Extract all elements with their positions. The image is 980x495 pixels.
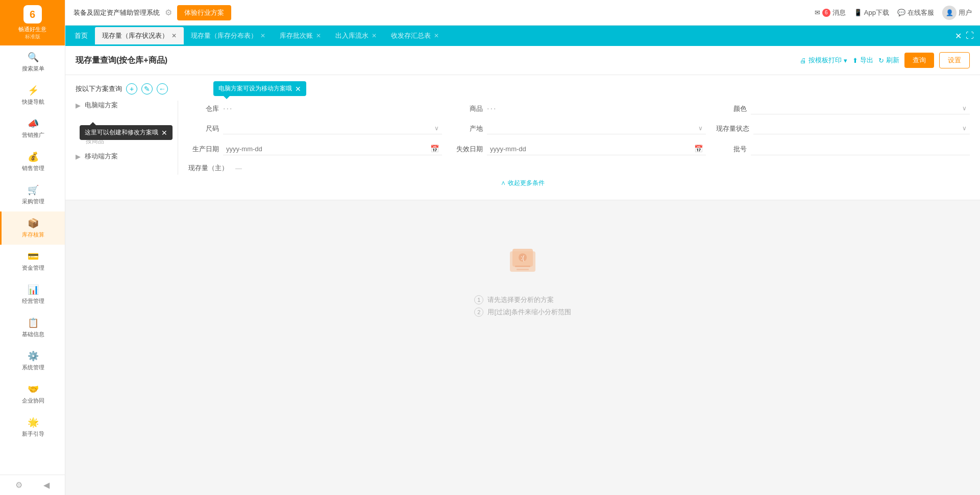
- system-title: 装备及固定资产辅助管理系统: [74, 8, 160, 17]
- system-icon: ⚙️: [28, 350, 39, 362]
- message-button[interactable]: ✉ 6 消息: [815, 8, 846, 17]
- sidebar-item-enterprise[interactable]: 🤝 企业协同: [0, 378, 65, 411]
- tab-batch-account-close[interactable]: ✕: [316, 32, 321, 39]
- size-select[interactable]: ∨: [223, 123, 442, 134]
- tooltip-create-close[interactable]: ✕: [161, 129, 167, 137]
- export-button[interactable]: ⬆ 导出: [852, 56, 873, 65]
- tab-fullscreen-icon[interactable]: ⛶: [966, 31, 974, 40]
- empty-state: :( 1 请先选择要分析的方案 2 用[过滤]条件来缩小分析范围: [65, 200, 980, 361]
- collapse-label: 收起更多条件: [508, 179, 545, 186]
- sidebar-item-inventory[interactable]: 📦 库存核算: [0, 211, 65, 245]
- tab-inventory-dist[interactable]: 现存量（库存分布表） ✕: [184, 27, 273, 44]
- sidebar-bottom: ⚙ ◀: [0, 475, 65, 495]
- filter-add-button[interactable]: +: [126, 83, 137, 95]
- export-icon: ⬆: [852, 57, 858, 64]
- print-button[interactable]: 🖨 按模板打印 ▾: [800, 56, 847, 65]
- sidebar-item-sales[interactable]: 💰 销售管理: [0, 145, 65, 178]
- mobile-arrow-icon: ▶: [76, 153, 81, 160]
- product-dots[interactable]: ···: [487, 104, 497, 113]
- user-label: 用户: [959, 8, 972, 17]
- app-icon: 📱: [854, 9, 862, 16]
- app-label: App下载: [864, 8, 889, 17]
- tab-inventory-status-close[interactable]: ✕: [172, 32, 177, 39]
- settings-button[interactable]: 设置: [939, 52, 970, 68]
- stock-main-label: 现存量（主）: [188, 163, 228, 173]
- production-date-label: 生产日期: [188, 145, 219, 154]
- production-date-calendar-icon[interactable]: 📅: [430, 145, 439, 153]
- filter-stock-status: 现存量状态 ∨: [716, 121, 970, 136]
- tab-recv-send-summary-close[interactable]: ✕: [434, 32, 439, 39]
- refresh-button[interactable]: ↻ 刷新: [878, 56, 899, 65]
- sidebar-item-operation[interactable]: 📊 经营管理: [0, 278, 65, 311]
- production-date-field[interactable]: [226, 145, 428, 153]
- production-date-input[interactable]: 📅: [223, 143, 442, 155]
- sidebar-item-marketing[interactable]: 📣 营销推广: [0, 112, 65, 145]
- header-left: 装备及固定资产辅助管理系统 ⚙ 体验行业方案: [74, 5, 231, 20]
- app-download-button[interactable]: 📱 App下载: [854, 8, 889, 17]
- sidebar-item-quick[interactable]: ⚡ 快捷导航: [0, 79, 65, 112]
- sidebar-item-guide[interactable]: 🌟 新手引导: [0, 411, 65, 444]
- scheme-mobile-row: ▶ 移动端方案: [76, 152, 178, 161]
- warehouse-dots[interactable]: ···: [223, 104, 233, 113]
- tab-inventory-status[interactable]: 现存量（库存状况表） ✕: [95, 27, 184, 44]
- tab-inout-flow-close[interactable]: ✕: [372, 32, 377, 39]
- scheme-mobile-item[interactable]: 移动端方案: [85, 152, 118, 161]
- tab-inventory-dist-label: 现存量（库存分布表）: [191, 31, 257, 40]
- sidebar-logo: 6 畅通好生意 标准版: [0, 0, 65, 45]
- user-menu[interactable]: 👤 用户: [942, 6, 972, 20]
- tab-inout-flow[interactable]: 出入库流水 ✕: [328, 27, 384, 44]
- sidebar-nav: 🔍 搜索菜单 ⚡ 快捷导航 📣 营销推广 💰 销售管理 🛒 采购管理 📦 库存核…: [0, 45, 65, 475]
- empty-icon: :(: [502, 241, 543, 282]
- sidebar-settings-button[interactable]: ⚙: [15, 480, 22, 490]
- step-1-text: 请先选择要分析的方案: [487, 295, 554, 304]
- sidebar-item-system[interactable]: ⚙️ 系统管理: [0, 344, 65, 378]
- size-label: 尺码: [188, 124, 219, 133]
- header-settings-icon[interactable]: ⚙: [165, 8, 172, 17]
- page-header: 现存量查询(按仓库+商品) 🖨 按模板打印 ▾ ⬆ 导出 ↻ 刷新 查询 设置: [65, 46, 980, 75]
- filter-color: 颜色 ∨: [716, 101, 970, 116]
- page-content: 现存量查询(按仓库+商品) 🖨 按模板打印 ▾ ⬆ 导出 ↻ 刷新 查询 设置: [65, 46, 980, 495]
- filter-edit-button[interactable]: ✎: [141, 83, 153, 95]
- stock-status-select[interactable]: ∨: [753, 123, 970, 134]
- scheme-desktop-item[interactable]: 电脑端方案: [85, 101, 118, 110]
- support-label: 在线客服: [908, 8, 934, 17]
- tab-recv-send-summary[interactable]: 收发存汇总表 ✕: [384, 27, 446, 44]
- filter-warehouse: 仓库 ···: [188, 101, 442, 116]
- message-label: 消息: [832, 8, 846, 17]
- expiry-date-input[interactable]: 📅: [487, 143, 706, 155]
- tooltip-create-text: 这里可以创建和修改方案哦: [85, 128, 158, 137]
- filter-back-button[interactable]: ←: [157, 83, 168, 95]
- sidebar-item-purchase[interactable]: 🛒 采购管理: [0, 178, 65, 211]
- empty-step-2: 2 用[过滤]条件来缩小分析范围: [474, 308, 571, 317]
- collapse-bar[interactable]: ∧ 收起更多条件: [76, 175, 970, 192]
- logo-icon: 6: [23, 5, 42, 23]
- scheme-mobile-label: 移动端方案: [85, 152, 118, 161]
- tab-batch-account[interactable]: 库存批次账 ✕: [273, 27, 328, 44]
- tooltip-desktop-close[interactable]: ✕: [295, 85, 301, 93]
- marketing-icon: 📣: [28, 118, 39, 129]
- sidebar-collapse-button[interactable]: ◀: [43, 480, 50, 490]
- expiry-date-field[interactable]: [490, 145, 692, 153]
- tab-batch-account-label: 库存批次账: [280, 31, 313, 40]
- batch-input[interactable]: [751, 143, 970, 155]
- tab-inout-flow-label: 出入库流水: [335, 31, 369, 40]
- page-title: 现存量查询(按仓库+商品): [76, 55, 167, 66]
- stock-main-dash: —: [235, 164, 242, 172]
- tab-inventory-dist-close[interactable]: ✕: [260, 32, 265, 39]
- tab-close-all-icon[interactable]: ✕: [955, 31, 962, 41]
- color-select[interactable]: ∨: [751, 103, 970, 114]
- stock-status-chevron-icon: ∨: [962, 125, 967, 132]
- sidebar-item-search[interactable]: 🔍 搜索菜单: [0, 45, 65, 79]
- query-button[interactable]: 查询: [904, 53, 934, 68]
- experience-button[interactable]: 体验行业方案: [177, 5, 231, 20]
- scheme-desktop-label: 电脑端方案: [85, 101, 118, 110]
- user-avatar: 👤: [942, 6, 957, 20]
- filter-section-label: 按以下方案查询: [76, 84, 122, 93]
- expiry-date-calendar-icon[interactable]: 📅: [694, 145, 703, 153]
- sidebar-item-basic[interactable]: 📋 基础信息: [0, 311, 65, 344]
- origin-select[interactable]: ∨: [487, 123, 706, 134]
- filter-batch: 批号: [716, 140, 970, 157]
- tab-home[interactable]: 首页: [67, 27, 95, 44]
- support-button[interactable]: 💬 在线客服: [897, 8, 934, 17]
- sidebar-item-finance[interactable]: 💳 资金管理: [0, 245, 65, 278]
